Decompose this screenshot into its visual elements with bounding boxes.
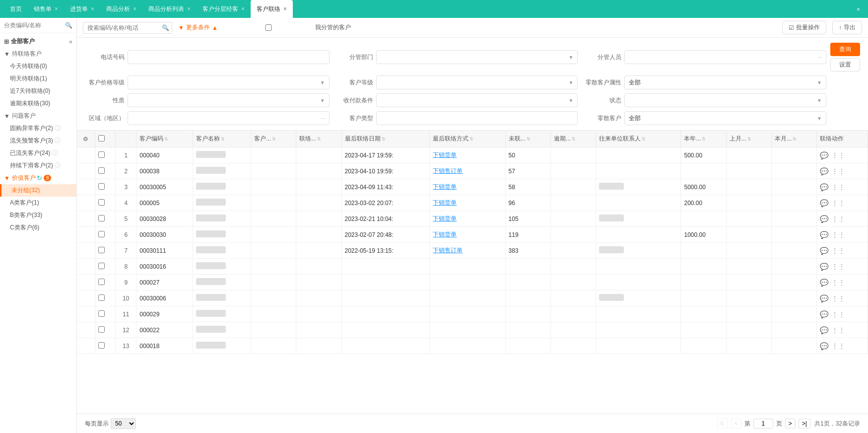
my-customers-checkbox[interactable] [224,24,313,31]
more-actions-icon[interactable]: ⋮⋮ [831,199,845,207]
overdue-column-header[interactable]: 逾期...⇅ [550,131,596,147]
filter-more-button[interactable]: ▼ 更多条件 ▲ [178,23,218,32]
export-button[interactable]: ↑ 导出 [832,21,862,34]
more-actions-icon[interactable]: ⋮⋮ [831,167,845,175]
sort-date-icon[interactable]: ⇅ [382,137,386,142]
close-goods-analysis-icon[interactable]: × [133,5,136,12]
more-actions-icon[interactable]: ⋮⋮ [831,294,845,302]
sort-thismonth-icon[interactable]: ⇅ [793,137,797,142]
last-month-column-header[interactable]: 上月...⇅ [726,131,771,147]
sidebar-item-lost[interactable]: 已流失客户(24) ⓘ [0,147,76,159]
contact-method-link[interactable]: 下销售订单 [433,167,463,174]
contact-method-link[interactable]: 下销货单 [433,151,457,158]
row-checkbox[interactable] [98,167,105,174]
price-level-input[interactable]: ▼ [128,75,330,89]
batch-operation-button[interactable]: ☑ 批量操作 [782,21,826,34]
type-column-header[interactable]: 客户...⇅ [251,131,296,147]
contact-column-header[interactable]: 联络...⇅ [296,131,341,147]
settings-column-header[interactable]: ⚙ [77,131,95,147]
close-sales-icon[interactable]: × [55,5,58,12]
row-checkbox[interactable] [98,151,105,158]
row-checkbox[interactable] [98,326,105,333]
more-actions-icon[interactable]: ⋮⋮ [831,310,845,318]
manager-input[interactable]: ··· [624,50,826,64]
retail-attr-input[interactable]: 全部▼ [624,75,826,89]
call-icon[interactable]: 💬 [820,326,828,334]
tab-sales[interactable]: 销售单 × [28,0,64,18]
row-checkbox[interactable] [98,231,105,237]
sidebar-item-overdue-pending[interactable]: 逾期未联络(30) [0,97,76,110]
sidebar-item-ungroup[interactable]: 未分组(32) [0,184,76,197]
search-icon[interactable]: 🔍 [162,24,169,31]
call-icon[interactable]: 💬 [820,183,828,191]
tab-goods-analysis-list[interactable]: 商品分析列表 × [142,0,197,18]
sidebar-item-warning[interactable]: 流失预警客户(3) ⓘ [0,135,76,147]
next-page-button[interactable]: > [785,419,796,429]
row-checkbox[interactable] [98,342,105,349]
name-column-header[interactable]: 客户名称⇅ [193,131,251,147]
more-actions-icon[interactable]: ⋮⋮ [831,279,845,287]
close-goods-analysis-list-icon[interactable]: × [187,5,191,12]
more-actions-icon[interactable]: ⋮⋮ [831,215,845,223]
sidebar-item-a-type[interactable]: A类客户(1) [0,197,76,209]
sort-contact-icon[interactable]: ⇅ [317,137,321,142]
problem-group-header[interactable]: ▼ 问题客户 [0,110,76,122]
sort-method-icon[interactable]: ⇅ [469,137,473,142]
call-icon[interactable]: 💬 [820,167,828,175]
sort-overdue-icon[interactable]: ⇅ [572,137,576,142]
contact-method-link[interactable]: 下销货单 [433,215,457,222]
close-all-button[interactable]: × [853,4,864,13]
sidebar-item-declining[interactable]: 持续下滑客户(2) ⓘ [0,159,76,172]
payment-input[interactable]: ▼ [376,93,578,107]
contact-method-link[interactable]: 下销货单 [433,231,457,238]
customer-type-input[interactable] [376,111,578,125]
first-page-button[interactable]: K [717,419,728,429]
sidebar-item-abnormal[interactable]: 固购异常客户(2) ⓘ [0,122,76,135]
row-checkbox[interactable] [98,279,105,285]
more-actions-icon[interactable]: ⋮⋮ [831,183,845,191]
not-contacted-column-header[interactable]: 未联...⇅ [505,131,550,147]
query-button[interactable]: 查询 [830,43,860,56]
close-customer-contact-icon[interactable]: × [283,5,287,12]
this-month-column-header[interactable]: 本月...⇅ [772,131,817,147]
row-checkbox[interactable] [98,199,105,206]
value-group-header[interactable]: ▼ 价值客户 ↻ 8 [0,172,76,184]
sidebar-search-icon[interactable]: 🔍 [65,22,72,29]
retail-customer-input[interactable]: 全部▼ [624,111,826,125]
call-icon[interactable]: 💬 [820,199,828,207]
sidebar-search-input[interactable] [4,22,65,29]
call-icon[interactable]: 💬 [820,294,828,302]
call-icon[interactable]: 💬 [820,231,828,239]
select-all-checkbox[interactable] [98,135,105,142]
row-checkbox[interactable] [98,263,105,269]
status-input[interactable]: ▼ [624,93,826,107]
pending-group-header[interactable]: ▼ 待联络客户 [0,48,76,60]
sidebar-collapse-icon[interactable]: « [69,38,72,45]
last-contact-date-column-header[interactable]: 最后联络日期⇅ [341,131,430,147]
more-actions-icon[interactable]: ⋮⋮ [831,151,845,159]
customer-level-input[interactable]: ▼ [376,75,578,89]
call-icon[interactable]: 💬 [820,263,828,271]
tab-customer-segment[interactable]: 客户分层经客 × [197,0,251,18]
prev-page-button[interactable]: < [731,419,741,429]
code-column-header[interactable]: 客户编码⇅ [136,131,193,147]
call-icon[interactable]: 💬 [820,310,828,318]
page-number-input[interactable] [753,419,773,429]
company-contact-column-header[interactable]: 往来单位联系人⇅ [596,131,681,147]
phone-input[interactable] [128,50,330,64]
sidebar-item-today-pending[interactable]: 今天待联络(0) [0,60,76,72]
close-purchase-icon[interactable]: × [91,5,94,12]
close-customer-segment-icon[interactable]: × [241,5,245,12]
this-year-column-header[interactable]: 本年...⇅ [681,131,726,147]
page-size-select[interactable]: 50 10 20 100 [111,418,136,429]
sidebar-item-tomorrow-pending[interactable]: 明天待联络(1) [0,72,76,85]
row-checkbox[interactable] [98,310,105,317]
sidebar-item-c-type[interactable]: C类客户(6) [0,221,76,234]
region-input[interactable]: ··· [128,111,330,125]
last-contact-method-column-header[interactable]: 最后联络方式⇅ [430,131,505,147]
sort-name-icon[interactable]: ⇅ [221,137,225,142]
sort-thisyear-icon[interactable]: ⇅ [702,137,706,142]
call-icon[interactable]: 💬 [820,247,828,255]
refresh-icon[interactable]: ↻ [37,174,42,182]
reset-button[interactable]: 设置 [830,58,860,72]
